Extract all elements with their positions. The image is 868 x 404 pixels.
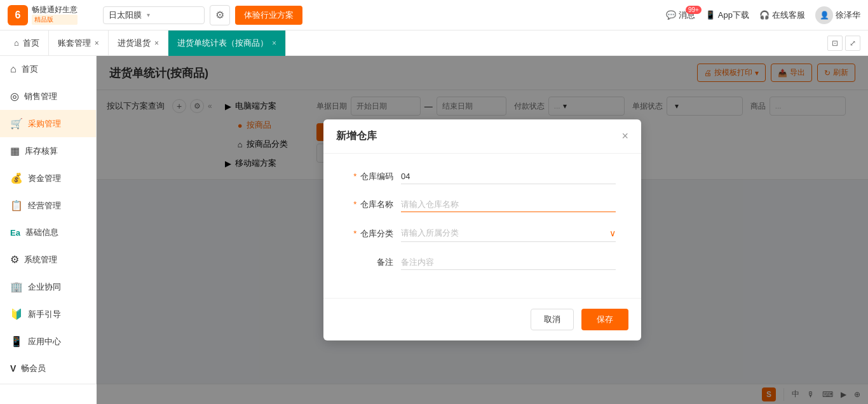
search-dropdown-arrow: ▾ (147, 11, 150, 18)
form-row-name: * 仓库名称 (349, 197, 616, 212)
content-area: 进货单统计(按商品) 🖨 按模板打印 ▾ 📤 导出 ↻ 刷新 按以下方案查询 (97, 56, 868, 404)
category-select[interactable]: 请输入所属分类 ∨ (401, 225, 616, 242)
dialog-header: 新增仓库 × (323, 119, 641, 154)
save-button[interactable]: 保存 (581, 309, 628, 330)
top-header: 6 畅捷通好生意 精品版 日太阳膜 ▾ ⚙ 体验行业方案 💬 消息 99+ 📱 … (0, 0, 868, 30)
tab-home[interactable]: ⌂ 首页 (5, 30, 49, 56)
finance-icon: 💰 (10, 172, 23, 184)
sidebar-item-system[interactable]: ⚙ 系统管理 (0, 246, 96, 273)
dialog-body: * 仓库编码 * 仓库名称 (323, 154, 641, 298)
dialog-footer: 取消 保存 (323, 298, 641, 340)
app-download-item[interactable]: 📱 App下载 (705, 10, 749, 21)
tab-purchase-return-label: 进货退货 (118, 37, 151, 49)
code-label: * 仓库编码 (349, 171, 393, 182)
new-warehouse-dialog: 新增仓库 × * 仓库编码 * (323, 119, 641, 340)
sidebar-home-label: 首页 (22, 64, 38, 75)
sidebar-membership-label: 畅会员 (21, 363, 46, 374)
form-row-category: * 仓库分类 请输入所属分类 ∨ (349, 225, 616, 242)
sidebar-item-basic-info[interactable]: Ea 基础信息 (0, 219, 96, 246)
inventory-icon: ▦ (10, 145, 20, 157)
customer-service-label: 在线客服 (772, 10, 805, 21)
sidebar-item-sales[interactable]: ◎ 销售管理 (0, 83, 96, 110)
sidebar-system-label: 系统管理 (24, 254, 57, 266)
sidebar-item-enterprise[interactable]: 🏢 企业协同 (0, 273, 96, 300)
gear-button[interactable]: ⚙ (210, 5, 230, 25)
search-value: 日太阳膜 (109, 10, 142, 21)
header-right: 💬 消息 99+ 📱 App下载 🎧 在线客服 👤 徐泽华 (666, 6, 860, 24)
tab-purchase-return-close[interactable]: × (154, 39, 159, 48)
sidebar-inventory-label: 库存核算 (25, 145, 58, 157)
app-logo: 6 (8, 5, 28, 25)
operations-icon: 📋 (10, 199, 23, 212)
category-arrow: ∨ (609, 228, 616, 238)
phone-icon: 📱 (705, 10, 715, 20)
membership-icon: V (10, 363, 16, 374)
sidebar-item-operations[interactable]: 📋 经营管理 (0, 192, 96, 219)
purchase-icon: 🛒 (10, 118, 23, 130)
form-row-note: 备注 (349, 255, 616, 270)
tab-controls: ⊡ ⤢ (827, 36, 863, 51)
username: 徐泽华 (836, 10, 860, 21)
user-item[interactable]: 👤 徐泽华 (815, 6, 860, 24)
category-label: * 仓库分类 (349, 228, 393, 239)
tab-account-label: 账套管理 (58, 37, 91, 49)
tab-account-close[interactable]: × (95, 39, 99, 48)
dialog-title: 新增仓库 (336, 130, 377, 143)
tab-purchase-stats-label: 进货单统计表（按商品） (177, 37, 268, 49)
home-icon: ⌂ (14, 38, 19, 48)
brand-badge: 精品版 (32, 15, 78, 25)
sidebar-item-home[interactable]: ⌂ 首页 (0, 56, 96, 83)
required-star-name: * (353, 199, 356, 209)
sidebar-item-inventory[interactable]: ▦ 库存核算 (0, 137, 96, 165)
category-placeholder: 请输入所属分类 (401, 227, 459, 239)
apps-icon: 📱 (10, 335, 23, 347)
sidebar-basic-info-label: 基础信息 (25, 227, 58, 238)
header-search-area: 日太阳膜 ▾ ⚙ 体验行业方案 (103, 5, 666, 25)
tab-expand-btn[interactable]: ⤢ (845, 36, 860, 51)
tab-purchase-return[interactable]: 进货退货 × (109, 30, 168, 56)
app-download-label: App下载 (718, 10, 749, 21)
required-star-category: * (353, 229, 356, 238)
cancel-button[interactable]: 取消 (531, 309, 574, 330)
guide-icon: 🔰 (10, 308, 23, 320)
main-layout: ⌂ 首页 ◎ 销售管理 🛒 采购管理 ▦ 库存核算 💰 资金管理 📋 经营管理 … (0, 56, 868, 404)
brand-info: 畅捷通好生意 精品版 (32, 5, 78, 25)
code-input[interactable] (401, 169, 616, 184)
sidebar-item-purchase[interactable]: 🛒 采购管理 (0, 110, 96, 137)
search-dropdown[interactable]: 日太阳膜 ▾ (103, 6, 205, 24)
tab-home-label: 首页 (23, 37, 39, 49)
logo-area: 6 畅捷通好生意 精品版 (8, 5, 103, 25)
sidebar-item-apps[interactable]: 📱 应用中心 (0, 328, 96, 355)
required-star-code: * (353, 172, 356, 181)
sidebar-item-finance[interactable]: 💰 资金管理 (0, 165, 96, 192)
customer-service-item[interactable]: 🎧 在线客服 (759, 10, 805, 21)
sidebar-guide-label: 新手引导 (28, 309, 61, 320)
tab-purchase-stats-close[interactable]: × (272, 39, 276, 48)
tab-bar: ⌂ 首页 账套管理 × 进货退货 × 进货单统计表（按商品） × ⊡ ⤢ (0, 30, 868, 56)
sales-icon: ◎ (10, 90, 19, 102)
experience-button[interactable]: 体验行业方案 (235, 6, 302, 25)
tab-purchase-stats[interactable]: 进货单统计表（按商品） × (168, 30, 286, 56)
form-row-code: * 仓库编码 (349, 169, 616, 184)
brand-name: 畅捷通好生意 (32, 5, 78, 15)
message-icon: 💬 (666, 10, 676, 20)
sidebar-sales-label: 销售管理 (24, 91, 57, 102)
headset-icon: 🎧 (759, 10, 770, 20)
notification-badge: 99+ (686, 6, 702, 14)
sidebar-operations-label: 经营管理 (28, 200, 61, 212)
note-label: 备注 (349, 257, 393, 268)
sidebar-finance-label: 资金管理 (28, 173, 61, 184)
sidebar-item-membership[interactable]: V 畅会员 (0, 355, 96, 382)
home-sidebar-icon: ⌂ (10, 64, 17, 75)
tab-account[interactable]: 账套管理 × (49, 30, 109, 56)
avatar: 👤 (815, 6, 833, 24)
notification-item[interactable]: 💬 消息 99+ (666, 10, 695, 21)
dialog-overlay[interactable]: 新增仓库 × * 仓库编码 * (97, 56, 868, 404)
dialog-close-button[interactable]: × (621, 130, 628, 143)
tab-restore-btn[interactable]: ⊡ (827, 36, 843, 51)
sidebar-enterprise-label: 企业协同 (28, 281, 61, 293)
name-input[interactable] (401, 197, 616, 212)
name-label: * 仓库名称 (349, 199, 393, 210)
note-input[interactable] (401, 255, 616, 270)
sidebar-item-guide[interactable]: 🔰 新手引导 (0, 300, 96, 328)
